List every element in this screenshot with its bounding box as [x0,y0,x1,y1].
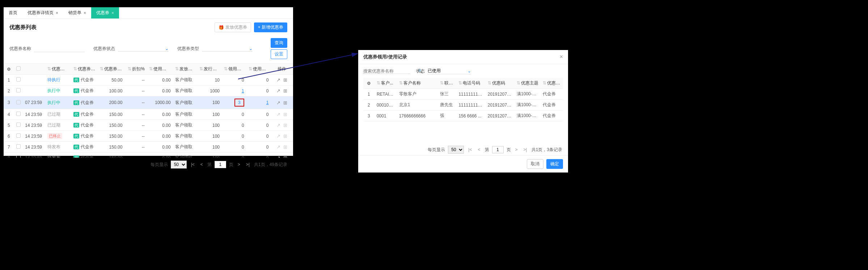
share-icon[interactable]: ↗ [276,155,280,158]
table-row[interactable]: 3 0001 17666666666 張 156 6666 ... 201912… [363,111,563,121]
col-phone[interactable]: ⇅电话号码 [456,78,485,89]
next-page-button[interactable]: > [236,162,242,167]
prev-page-button[interactable]: < [199,162,204,167]
status-select[interactable]: ⌄ [118,46,169,51]
gear-col[interactable]: ⚙ [363,78,374,89]
row-checkbox[interactable] [14,86,23,96]
cell-status: 已终止 [45,131,71,142]
tab-home[interactable]: 首页 [4,7,22,18]
row-checkbox[interactable] [14,131,23,142]
col-type[interactable]: ⇅优惠券类型 [71,64,98,75]
cell-type: 代代金券 [71,109,98,120]
share-icon[interactable]: ↗ [276,144,280,150]
col-face[interactable]: ⇅优惠券面值 [98,64,124,75]
tab-sales[interactable]: 销货单× [63,7,91,18]
cell-ops: ↗⊞ [271,86,293,96]
query-button[interactable]: 查询 [271,38,287,48]
col-ctype[interactable]: ⇅优惠券类... [541,78,563,89]
cell-claimed[interactable]: 0 [222,120,246,131]
close-icon[interactable]: × [56,11,58,16]
cell-claimed[interactable]: 3 [222,96,246,109]
table-row[interactable]: 2 执行中 代代金券 100.00 -- 0.00 客户领取 1000 1 0 … [4,86,293,96]
cell-used[interactable]: 0 [246,109,271,120]
cell-claimed[interactable]: 0 [222,109,246,120]
share-icon[interactable]: ↗ [276,112,280,117]
col-contact[interactable]: ⇅联系人 [438,78,456,89]
share-icon[interactable]: ↗ [276,122,280,128]
add-coupon-button[interactable]: + 新增优惠券 [254,22,287,32]
col-distribute[interactable]: ⇅发放方式 [173,64,198,75]
last-page-button[interactable]: >| [522,147,529,152]
qr-icon[interactable]: ⊞ [283,122,287,128]
page-input[interactable] [215,161,226,168]
col-issued[interactable]: ⇅发行数量 [197,64,222,75]
cell-claimed[interactable]: 0 [222,131,246,142]
qr-icon[interactable]: ⊞ [283,144,287,150]
cell-claimed[interactable]: 0 [222,142,246,153]
page-size-select[interactable]: 50 [171,161,187,169]
next-page-button[interactable]: > [514,147,519,152]
qr-icon[interactable]: ⊞ [283,133,287,139]
col-subject[interactable]: ⇅优惠主题 [515,78,541,89]
tab-coupon[interactable]: 优惠券× [91,7,119,18]
ok-button[interactable]: 确定 [546,159,563,169]
table-row[interactable]: 8 14 23:59 待发布 代代金券 150.00 -- 0.00 客户领取 … [4,153,293,158]
name-input[interactable] [34,45,85,52]
col-name[interactable]: ⇅客户名称 [397,78,438,89]
modal-title: 优惠券领用/使用记录 [363,54,407,60]
table-row[interactable]: 7 14 23:59 待发布 代代金券 150.00 -- 0.00 客户领取 … [4,142,293,153]
row-checkbox[interactable] [14,153,23,158]
col-time[interactable] [23,64,45,75]
table-row[interactable]: 1 RETAIL... 零散客户 张三 11111111111 20191207… [363,89,563,100]
col-threshold[interactable]: ⇅使用门槛... [147,64,173,75]
table-row[interactable]: 3 07 23:59 执行中 代代金券 200.00 -- 1000.00 客户… [4,96,293,109]
cancel-button[interactable]: 取消 [527,159,543,169]
cell-used[interactable]: 0 [246,131,271,142]
first-page-button[interactable]: |< [467,147,473,152]
row-checkbox[interactable] [14,96,23,109]
cell-used[interactable]: 0 [246,153,271,158]
table-row[interactable]: 5 14 23:59 已过期 代代金券 150.00 -- 0.00 客户领取 … [4,120,293,131]
cell-claimed[interactable]: 1 [222,86,246,96]
row-checkbox[interactable] [14,120,23,131]
share-icon[interactable]: ↗ [276,88,280,94]
close-icon[interactable]: × [111,11,114,16]
first-page-button[interactable]: |< [190,162,196,167]
cell-used[interactable]: 0 [246,120,271,131]
prev-page-button[interactable]: < [476,147,482,152]
share-icon[interactable]: ↗ [276,100,280,105]
row-checkbox[interactable] [14,142,23,153]
col-ccode[interactable]: ⇅优惠码 [486,78,515,89]
qr-icon[interactable]: ⊞ [283,100,287,105]
row-checkbox[interactable] [14,109,23,120]
page-input[interactable] [492,146,504,153]
col-discount[interactable]: ⇅折扣% [124,64,147,75]
qr-icon[interactable]: ⊞ [283,112,287,117]
search-input[interactable] [363,68,418,74]
cell-used[interactable]: 0 [246,86,271,96]
table-row[interactable]: 6 14 23:59 已终止 代代金券 150.00 -- 0.00 客户领取 … [4,131,293,142]
qr-icon[interactable]: ⊞ [283,155,287,158]
close-icon[interactable]: × [84,11,86,16]
cell-distribute: 客户领取 [173,109,198,120]
qr-icon[interactable]: ⊞ [283,88,287,94]
cell-used[interactable]: 0 [246,142,271,153]
share-icon[interactable]: ↗ [276,133,280,139]
last-page-button[interactable]: >| [245,162,251,167]
modal-status-select[interactable]: 已使用 ⌄ [428,68,471,74]
cell-claimed[interactable]: 0 [222,153,246,158]
gear-col[interactable]: ⚙ [4,64,14,75]
table-row[interactable]: 4 14 23:59 已过期 代代金券 150.00 -- 0.00 客户领取 … [4,109,293,120]
cell-used[interactable]: 1 [246,96,271,109]
table-row[interactable]: 2 00010001 北京1 唐先生 11111111111 201912070… [363,100,563,111]
row-checkbox[interactable] [14,75,23,86]
close-button[interactable]: × [560,54,563,60]
col-code[interactable]: ⇅客户... [374,78,397,89]
row-index: 6 [4,131,14,142]
tab-detail[interactable]: 优惠券详情页× [22,7,63,18]
page-size-select[interactable]: 50 [448,146,464,154]
checkbox-col[interactable] [14,64,23,75]
cell-code: RETAIL... [374,89,397,100]
col-status[interactable]: ⇅优惠券状态 [45,64,71,75]
issue-coupon-button[interactable]: 🎁发放优惠券 [215,22,251,32]
